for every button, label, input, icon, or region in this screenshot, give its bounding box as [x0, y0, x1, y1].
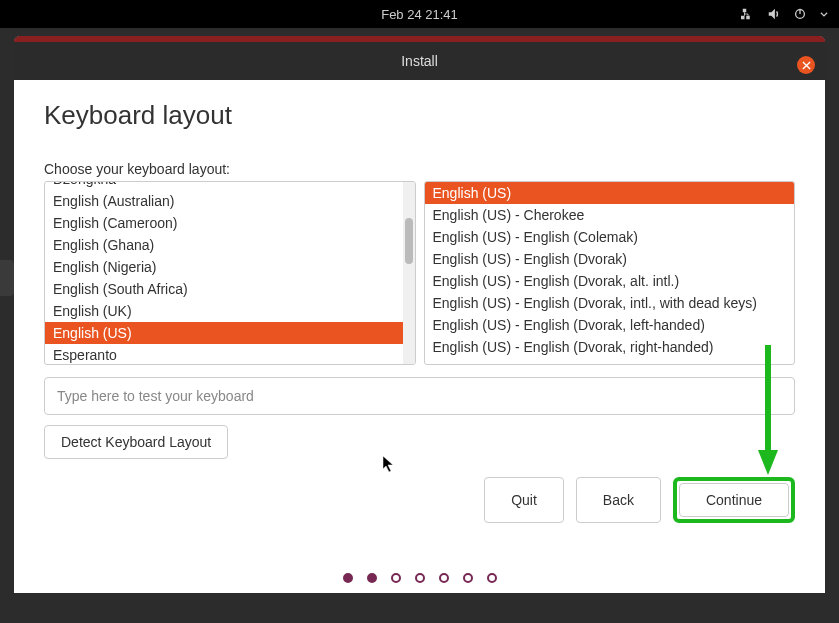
progress-dot	[391, 573, 401, 583]
list-item[interactable]: English (US) - English (Dvorak, alt. int…	[425, 270, 795, 292]
list-item[interactable]: English (Cameroon)	[45, 212, 415, 234]
list-item[interactable]: Esperanto	[45, 344, 415, 365]
svg-rect-2	[746, 16, 750, 20]
progress-dot	[487, 573, 497, 583]
list-item[interactable]: English (US) - English (Colemak)	[425, 226, 795, 248]
continue-button[interactable]: Continue	[679, 483, 789, 517]
network-icon[interactable]	[741, 7, 755, 21]
language-listbox[interactable]: DzongkhaEnglish (Australian)English (Cam…	[44, 181, 416, 365]
choose-layout-label: Choose your keyboard layout:	[44, 161, 795, 177]
list-item[interactable]: English (US) - Cherokee	[425, 204, 795, 226]
variant-listbox[interactable]: English (US)English (US) - CherokeeEngli…	[424, 181, 796, 365]
progress-dot	[463, 573, 473, 583]
installer-content: Keyboard layout Choose your keyboard lay…	[14, 80, 825, 593]
svg-rect-1	[741, 16, 745, 20]
keyboard-test-input[interactable]	[44, 377, 795, 415]
list-item[interactable]: English (Ghana)	[45, 234, 415, 256]
left-scrollbar[interactable]	[403, 182, 415, 364]
list-item[interactable]: English (US) - English (Dvorak, intl., w…	[425, 292, 795, 314]
list-item[interactable]: Dzongkha	[45, 181, 415, 190]
detect-layout-button[interactable]: Detect Keyboard Layout	[44, 425, 228, 459]
power-icon[interactable]	[793, 7, 807, 21]
installer-window: Install Keyboard layout Choose your keyb…	[14, 36, 825, 593]
volume-icon[interactable]	[767, 7, 781, 21]
layout-lists: DzongkhaEnglish (Australian)English (Cam…	[44, 181, 795, 365]
list-item[interactable]: English (Nigeria)	[45, 256, 415, 278]
chevron-down-icon[interactable]	[819, 7, 829, 21]
progress-dots	[44, 573, 795, 583]
list-item[interactable]: English (US) - English (Dvorak, left-han…	[425, 314, 795, 336]
svg-rect-0	[743, 9, 747, 13]
progress-dot	[367, 573, 377, 583]
list-item[interactable]: English (US) - English (Dvorak)	[425, 248, 795, 270]
back-button[interactable]: Back	[576, 477, 661, 523]
list-item[interactable]: English (US) - English (Dvorak, right-ha…	[425, 336, 795, 358]
list-item[interactable]: English (Australian)	[45, 190, 415, 212]
continue-highlight: Continue	[673, 477, 795, 523]
progress-dot	[439, 573, 449, 583]
topbar-datetime: Feb 24 21:41	[381, 7, 458, 22]
system-topbar: Feb 24 21:41	[0, 0, 839, 28]
progress-dot	[343, 573, 353, 583]
list-item[interactable]: English (South Africa)	[45, 278, 415, 300]
list-item[interactable]: English (US)	[45, 322, 415, 344]
list-item[interactable]: English (UK)	[45, 300, 415, 322]
window-title: Install	[401, 53, 438, 69]
progress-dot	[415, 573, 425, 583]
list-item[interactable]: English (US)	[425, 182, 795, 204]
nav-button-row: Quit Back Continue	[44, 477, 795, 523]
side-dock-tab[interactable]	[0, 260, 14, 296]
page-title: Keyboard layout	[44, 100, 795, 131]
topbar-tray	[741, 7, 829, 21]
quit-button[interactable]: Quit	[484, 477, 564, 523]
close-button[interactable]	[797, 56, 815, 74]
window-titlebar: Install	[14, 36, 825, 80]
